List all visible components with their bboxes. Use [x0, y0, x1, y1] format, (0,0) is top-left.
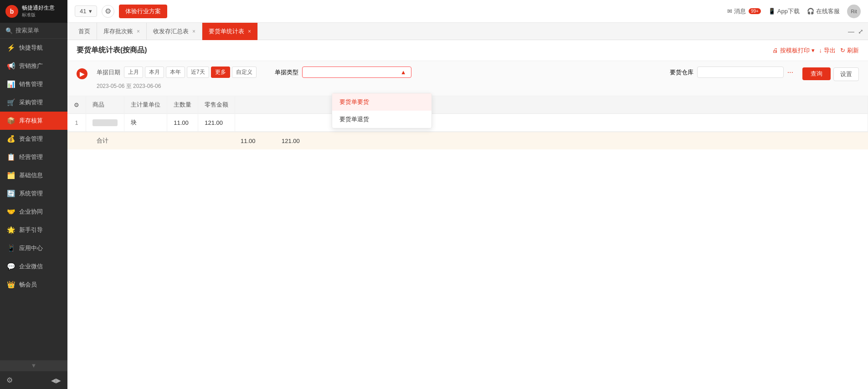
sidebar-item-finance[interactable]: 💰 资金管理 [0, 130, 67, 148]
filter-area: ▶ 单据日期 上月 本月 本年 近7天 更多 自定义 2023-05-06 至 … [67, 61, 868, 96]
settings-icon[interactable]: ⚙ [6, 376, 13, 384]
col-extra [235, 96, 868, 114]
user-initials: Rit [851, 9, 857, 14]
warehouse-more-btn[interactable]: ··· [787, 68, 793, 77]
product-blurred: ██████ [92, 119, 118, 126]
sidebar-scroll-down[interactable]: ▼ [0, 360, 67, 371]
table-footer: 合计 11.00 121.00 [67, 132, 868, 149]
tab-home[interactable]: 首页 [72, 23, 97, 40]
sidebar-item-system[interactable]: 🔄 系统管理 [0, 184, 67, 203]
store-selector[interactable]: 41 ▾ [75, 5, 97, 17]
col-settings[interactable]: ⚙ [67, 96, 86, 114]
search-icon: 🔍 [5, 27, 13, 34]
sidebar-item-appstore[interactable]: 📱 应用中心 [0, 239, 67, 257]
date-filter-group: 单据日期 上月 本月 本年 近7天 更多 自定义 [97, 67, 257, 78]
sidebar-item-basic[interactable]: 🗂️ 基础信息 [0, 166, 67, 184]
refresh-btn[interactable]: ↻ 刷新 [840, 46, 859, 55]
tab-inventory-batch[interactable]: 库存批次账 × [97, 23, 147, 40]
app-download-button[interactable]: 📱 App下载 [768, 7, 800, 15]
nav-icon-marketing: 📢 [6, 61, 15, 71]
nav-label-purchase: 采购管理 [19, 98, 43, 107]
dropdown-item-yaohuo[interactable]: 要货单要货 [332, 93, 431, 111]
sidebar-item-members[interactable]: 👑 畅会员 [0, 276, 67, 294]
tabs-actions: — ⤢ [848, 28, 863, 35]
page-content: 要货单统计表(按商品) 🖨 按模板打印 ▾ ↓ 导出 ↻ 刷新 ▶ [67, 40, 868, 389]
sidebar-search-row[interactable]: 🔍 搜索菜单 [0, 23, 67, 39]
last-7days-btn[interactable]: 近7天 [187, 67, 209, 78]
type-dropdown-overlay: 要货单要货 要货单退货 [332, 93, 432, 128]
date-buttons: 上月 本月 本年 近7天 更多 自定义 [124, 67, 257, 78]
more-dates-btn[interactable]: 更多 [211, 67, 230, 78]
sidebar-item-purchase[interactable]: 🛒 采购管理 [0, 93, 67, 112]
nav-icon-finance: 💰 [6, 134, 15, 143]
nav-label-quick-nav: 快捷导航 [19, 44, 43, 52]
nav-icon-enterprise: 🤝 [6, 207, 15, 216]
tab-inventory-batch-close[interactable]: × [137, 28, 140, 35]
nav-label-system: 系统管理 [19, 189, 43, 198]
filter-expand-btn[interactable]: ▶ [77, 68, 87, 79]
tabs-minimize-icon[interactable]: — [848, 28, 854, 35]
warehouse-input[interactable] [697, 67, 784, 78]
sidebar-item-quick-nav[interactable]: ⚡ 快捷导航 [0, 39, 67, 57]
print-template-btn[interactable]: 🖨 按模板打印 ▾ [772, 46, 815, 55]
tab-inventory-batch-label: 库存批次账 [103, 27, 133, 36]
tab-receivable-summary-close[interactable]: × [192, 28, 195, 35]
nav-label-members: 畅会员 [19, 281, 37, 289]
table-header-row: ⚙ 商品 主计量单位 主数量 零售金额 [67, 96, 868, 114]
tab-receivable-summary[interactable]: 收发存汇总表 × [147, 23, 202, 40]
col-product: 商品 [86, 96, 124, 114]
main-area: 41 ▾ ⚙ 体验行业方案 ✉ 消息 99+ 📱 App下载 🎧 在线客服 [67, 0, 868, 389]
set-btn[interactable]: 设置 [833, 67, 859, 81]
cell-product: ██████ [86, 114, 124, 132]
data-table: ⚙ 商品 主计量单位 主数量 零售金额 1 ██████ 块 11.00 121… [67, 96, 868, 132]
this-year-btn[interactable]: 本年 [166, 67, 185, 78]
tab-home-label: 首页 [78, 27, 90, 36]
logo-icon: b [5, 5, 18, 18]
sidebar-item-marketing[interactable]: 📢 营销推广 [0, 57, 67, 75]
nav-label-wechat: 企业微信 [19, 262, 43, 271]
message-label: 消息 [734, 7, 746, 15]
nav-icon-sales: 📊 [6, 80, 15, 89]
dropdown-item-tuihuo[interactable]: 要货单退货 [332, 111, 431, 128]
date-filter-label: 单据日期 [97, 68, 120, 77]
page-header-actions: 🖨 按模板打印 ▾ ↓ 导出 ↻ 刷新 [772, 46, 859, 55]
last-month-btn[interactable]: 上月 [124, 67, 143, 78]
type-filter-label: 单据类型 [275, 68, 298, 77]
nav-label-inventory: 库存核算 [19, 117, 43, 125]
industry-btn[interactable]: 体验行业方案 [119, 5, 167, 18]
tab-order-summary[interactable]: 要货单统计表 × [202, 23, 258, 40]
nav-label-basic: 基础信息 [19, 171, 43, 179]
nav-icon-basic: 🗂️ [6, 171, 15, 180]
tabs-expand-icon[interactable]: ⤢ [858, 28, 863, 35]
online-service-button[interactable]: 🎧 在线客服 [807, 7, 840, 15]
export-btn[interactable]: ↓ 导出 [819, 46, 836, 55]
query-btn[interactable]: 查询 [802, 67, 831, 80]
user-avatar[interactable]: Rit [847, 5, 861, 18]
nav-icon-wechat: 💬 [6, 262, 15, 271]
sidebar-item-sales[interactable]: 📊 销售管理 [0, 75, 67, 93]
nav-label-finance: 资金管理 [19, 135, 43, 143]
nav-icon-appstore: 📱 [6, 244, 15, 253]
sidebar-item-inventory[interactable]: 📦 库存核算 [0, 112, 67, 130]
sidebar-item-enterprise[interactable]: 🤝 企业协同 [0, 203, 67, 221]
warehouse-filter-group: 要货仓库 ··· [670, 67, 793, 78]
sidebar-item-newbie[interactable]: 🌟 新手引导 [0, 221, 67, 239]
collapse-icon[interactable]: ◀▶ [51, 377, 61, 384]
warehouse-label: 要货仓库 [670, 68, 693, 77]
col-unit: 主计量单位 [124, 96, 167, 114]
online-service-label: 在线客服 [816, 7, 840, 15]
table-body: 1 ██████ 块 11.00 121.00 [67, 114, 868, 132]
custom-date-btn[interactable]: 自定义 [232, 67, 257, 78]
tab-order-summary-close[interactable]: × [248, 28, 251, 35]
total-label: 合计 [97, 137, 108, 145]
page-header: 要货单统计表(按商品) 🖨 按模板打印 ▾ ↓ 导出 ↻ 刷新 [67, 40, 868, 61]
app-download-icon: 📱 [768, 8, 776, 15]
message-badge: 99+ [749, 8, 761, 14]
sidebar-item-wechat[interactable]: 💬 企业微信 [0, 257, 67, 276]
this-month-btn[interactable]: 本月 [145, 67, 164, 78]
type-filter-group: 单据类型 ▲ [275, 67, 411, 78]
gear-button[interactable]: ⚙ [102, 5, 114, 18]
type-dropdown[interactable]: ▲ [302, 67, 411, 78]
sidebar-item-operation[interactable]: 📋 经营管理 [0, 148, 67, 166]
message-button[interactable]: ✉ 消息 99+ [727, 7, 761, 15]
